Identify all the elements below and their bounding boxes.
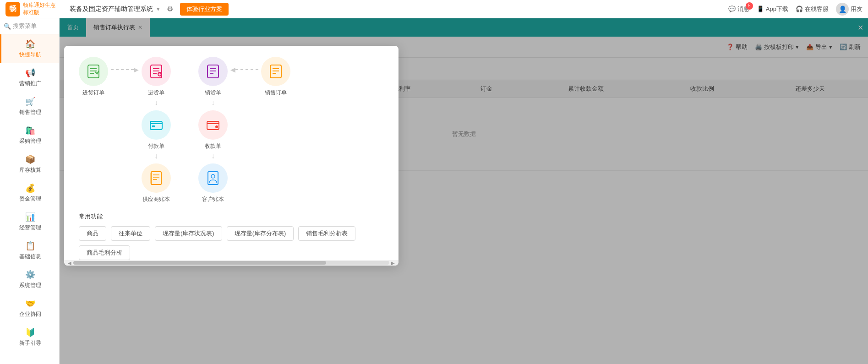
system-dropdown-icon[interactable]: ▾ bbox=[157, 5, 160, 12]
trial-button[interactable]: 体验行业方案 bbox=[180, 3, 229, 16]
sidebar-item-label: 企业协同 bbox=[19, 310, 41, 318]
func-btn-product-gross[interactable]: 商品毛利分析 bbox=[79, 245, 130, 260]
sidebar-item-system[interactable]: ⚙️ 系统管理 bbox=[0, 265, 59, 294]
flow-node-sales-order[interactable]: 销售订单 bbox=[261, 57, 290, 97]
svg-rect-11 bbox=[150, 121, 162, 130]
app-download-btn[interactable]: 📱 App下载 bbox=[757, 5, 788, 13]
user-area[interactable]: 👤 用友 bbox=[836, 3, 863, 16]
sales-order-label: 销售订单 bbox=[265, 89, 287, 97]
app-download-label: App下载 bbox=[766, 5, 788, 13]
receipt-bill-label: 收款单 bbox=[205, 142, 221, 150]
func-btn-stock-distribution[interactable]: 现存量(库存分布表) bbox=[227, 226, 294, 241]
popup-content: 进货订单 ▶ bbox=[64, 46, 399, 260]
sidebar-item-finance[interactable]: 💰 资金管理 bbox=[0, 179, 59, 207]
sales-bill-icon bbox=[198, 57, 228, 86]
sidebar-item-sales[interactable]: 🛒 销售管理 bbox=[0, 92, 59, 121]
customer-ledger-label: 客户账本 bbox=[202, 196, 224, 203]
func-buttons-row1: 商品 往来单位 现存量(库存状况表) 现存量(库存分布表) 销售毛利分析表 商品… bbox=[79, 226, 384, 260]
sidebar-item-basic-info[interactable]: 📋 基础信息 bbox=[0, 236, 59, 265]
scroll-right-arrow[interactable]: ▶ bbox=[389, 261, 397, 266]
flow-node-payment-bill[interactable]: 付款单 bbox=[142, 110, 171, 150]
service-icon: 🎧 bbox=[796, 5, 803, 12]
finance-icon: 💰 bbox=[25, 183, 35, 193]
basic-info-icon: 📋 bbox=[25, 241, 35, 251]
common-functions-title: 常用功能 bbox=[79, 212, 384, 221]
sidebar-item-label: 基础信息 bbox=[19, 253, 41, 261]
sidebar-item-operations[interactable]: 📊 经营管理 bbox=[0, 207, 59, 236]
app-icon: 📱 bbox=[757, 5, 764, 12]
svg-point-27 bbox=[211, 174, 215, 178]
sidebar-item-quick-nav[interactable]: 🏠 快捷导航 bbox=[0, 34, 59, 63]
sidebar-item-label: 快捷导航 bbox=[19, 51, 41, 59]
top-bar-right: 💬 消息 5 📱 App下载 🎧 在线客服 👤 用友 bbox=[728, 3, 863, 16]
sidebar-item-label: 新手引导 bbox=[19, 339, 41, 347]
online-service-label: 在线客服 bbox=[805, 5, 829, 13]
purchase-icon: 🛍️ bbox=[25, 125, 35, 136]
system-info: 装备及固定资产辅助管理系统 ▾ ⚙ 体验行业方案 bbox=[65, 3, 728, 16]
main-area: 🔍 搜索菜单 🏠 快捷导航 📢 营销推广 🛒 销售管理 🛍️ 采购管理 📦 bbox=[0, 18, 868, 364]
flow-node-receipt-bill[interactable]: 收款单 bbox=[198, 110, 228, 150]
message-btn[interactable]: 💬 消息 5 bbox=[728, 5, 749, 13]
svg-rect-13 bbox=[152, 125, 155, 127]
flow-node-supplier-ledger[interactable]: 供应商账本 bbox=[142, 163, 171, 203]
overlay[interactable]: 进货订单 ▶ bbox=[60, 18, 868, 364]
sidebar-item-enterprise[interactable]: 🤝 企业协同 bbox=[0, 294, 59, 323]
sidebar-item-beginner[interactable]: 🔰 新手引导 bbox=[0, 323, 59, 352]
purchase-bill-icon bbox=[142, 57, 171, 86]
system-name: 装备及固定资产辅助管理系统 bbox=[70, 5, 153, 13]
popup-scrollbar[interactable]: ◀ ▶ bbox=[64, 260, 399, 266]
receipt-bill-icon bbox=[198, 110, 228, 140]
svg-point-25 bbox=[215, 125, 218, 128]
logo-icon: 畅 bbox=[5, 2, 20, 16]
message-badge: 5 bbox=[746, 2, 753, 10]
marketing-icon: 📢 bbox=[25, 68, 35, 78]
supplier-ledger-icon bbox=[142, 163, 171, 193]
common-functions: 常用功能 商品 往来单位 现存量(库存状况表) 现存量(库存分布表) 销售毛利分… bbox=[79, 212, 384, 260]
enterprise-icon: 🤝 bbox=[25, 299, 35, 309]
func-btn-counterpart[interactable]: 往来单位 bbox=[111, 226, 150, 241]
svg-rect-23 bbox=[207, 121, 219, 130]
func-btn-sales-gross[interactable]: 销售毛利分析表 bbox=[298, 226, 355, 241]
sidebar-item-inventory[interactable]: 📦 库存核算 bbox=[0, 150, 59, 179]
sidebar-item-label: 经营管理 bbox=[19, 224, 41, 232]
sidebar-item-label: 系统管理 bbox=[19, 282, 41, 289]
settings-icon-btn[interactable]: ⚙ bbox=[164, 3, 176, 16]
sidebar-item-purchase[interactable]: 🛍️ 采购管理 bbox=[0, 121, 59, 150]
supplier-ledger-label: 供应商账本 bbox=[142, 196, 170, 203]
online-service-btn[interactable]: 🎧 在线客服 bbox=[796, 5, 829, 13]
beginner-icon: 🔰 bbox=[25, 327, 35, 337]
sales-icon: 🛒 bbox=[25, 97, 35, 107]
sidebar-item-label: 库存核算 bbox=[19, 166, 41, 174]
sidebar: 🔍 搜索菜单 🏠 快捷导航 📢 营销推广 🛒 销售管理 🛍️ 采购管理 📦 bbox=[0, 18, 60, 364]
flow-node-purchase-bill[interactable]: 进货单 bbox=[142, 57, 171, 97]
content-area: 首页 销售订单执行表 ✕ ✕ ❓ 帮助 🖨️ 按模板打印 ▾ bbox=[60, 18, 868, 364]
inventory-icon: 📦 bbox=[25, 154, 35, 164]
sidebar-item-label: 采购管理 bbox=[19, 137, 41, 145]
scrollbar-track bbox=[73, 261, 389, 265]
search-icon: 🔍 bbox=[4, 23, 11, 30]
purchase-order-label: 进货订单 bbox=[82, 89, 104, 97]
purchase-bill-label: 进货单 bbox=[148, 89, 164, 97]
customer-ledger-icon bbox=[198, 163, 228, 193]
scrollbar-thumb bbox=[73, 261, 326, 265]
app-container: 畅 畅库通好生意标准版 装备及固定资产辅助管理系统 ▾ ⚙ 体验行业方案 💬 消… bbox=[0, 0, 868, 364]
logo-text: 畅库通好生意标准版 bbox=[23, 2, 56, 16]
func-btn-stock-status[interactable]: 现存量(库存状况表) bbox=[155, 226, 222, 241]
popup: 进货订单 ▶ bbox=[64, 46, 399, 266]
flow-node-customer-ledger[interactable]: 客户账本 bbox=[198, 163, 228, 203]
sidebar-item-label: 资金管理 bbox=[19, 195, 41, 203]
flow-node-purchase-order[interactable]: 进货订单 bbox=[79, 57, 108, 97]
svg-rect-18 bbox=[150, 173, 152, 184]
user-name: 用友 bbox=[851, 5, 863, 13]
message-icon: 💬 bbox=[728, 5, 736, 12]
purchase-order-icon bbox=[79, 57, 108, 86]
system-icon: ⚙️ bbox=[25, 270, 35, 280]
func-btn-product[interactable]: 商品 bbox=[79, 226, 106, 241]
flow-node-sales-bill[interactable]: 销货单 bbox=[198, 57, 228, 97]
home-icon: 🏠 bbox=[25, 39, 35, 49]
sidebar-item-label: 营销推广 bbox=[19, 80, 41, 87]
payment-bill-label: 付款单 bbox=[148, 142, 164, 150]
sidebar-search[interactable]: 🔍 搜索菜单 bbox=[0, 18, 59, 34]
scroll-left-arrow[interactable]: ◀ bbox=[66, 261, 73, 266]
sidebar-item-marketing[interactable]: 📢 营销推广 bbox=[0, 63, 59, 92]
